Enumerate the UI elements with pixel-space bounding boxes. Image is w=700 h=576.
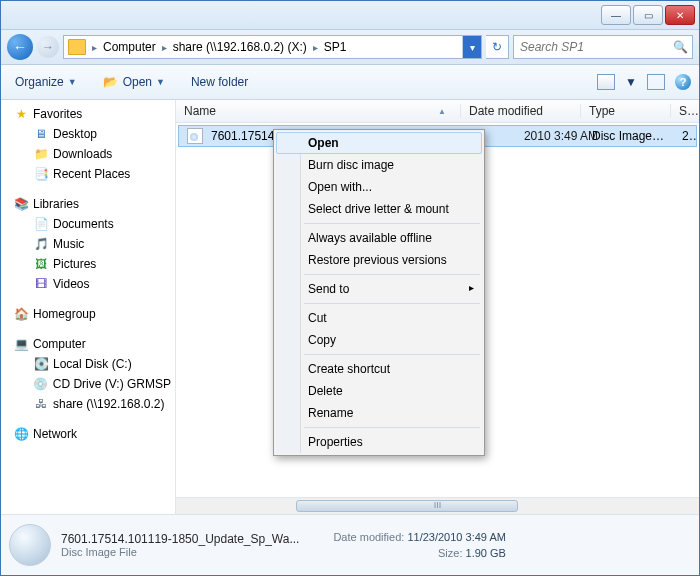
network-icon: 🌐 — [13, 426, 29, 442]
address-bar: ← → ▸ Computer ▸ share (\\192.168.0.2) (… — [1, 30, 699, 65]
address-dropdown-icon[interactable]: ▾ — [462, 36, 481, 58]
caret-down-icon[interactable]: ▼ — [625, 75, 637, 89]
context-separator — [304, 427, 480, 428]
disc-image-icon — [9, 524, 51, 566]
chevron-right-icon[interactable]: ▸ — [158, 42, 171, 53]
new-folder-button[interactable]: New folder — [185, 71, 254, 93]
toolbar-right-group: ▼ ? — [597, 74, 691, 90]
close-button[interactable]: ✕ — [665, 5, 695, 25]
context-delete[interactable]: Delete — [276, 380, 482, 402]
context-copy[interactable]: Copy — [276, 329, 482, 351]
network-drive-icon: 🖧 — [33, 396, 49, 412]
nav-computer[interactable]: 💻Computer — [1, 334, 175, 354]
caret-down-icon: ▼ — [68, 77, 77, 87]
computer-icon: 💻 — [13, 336, 29, 352]
maximize-button[interactable]: ▭ — [633, 5, 663, 25]
breadcrumb-item-computer[interactable]: Computer — [101, 38, 158, 56]
horizontal-scrollbar[interactable]: III — [176, 497, 699, 514]
breadcrumb-item-share[interactable]: share (\\192.168.0.2) (X:) — [171, 38, 309, 56]
context-offline[interactable]: Always available offline — [276, 227, 482, 249]
back-button[interactable]: ← — [7, 34, 33, 60]
preview-pane-icon[interactable] — [647, 74, 665, 90]
nav-desktop[interactable]: 🖥Desktop — [1, 124, 175, 144]
context-send-to[interactable]: Send to ▸ — [276, 278, 482, 300]
pictures-icon: 🖼 — [33, 256, 49, 272]
nav-videos[interactable]: 🎞Videos — [1, 274, 175, 294]
search-icon: 🔍 — [673, 40, 688, 54]
view-options-icon[interactable] — [597, 74, 615, 90]
details-file-type: Disc Image File — [61, 546, 299, 558]
context-cut[interactable]: Cut — [276, 307, 482, 329]
context-restore[interactable]: Restore previous versions — [276, 249, 482, 271]
open-button[interactable]: 📂 Open▼ — [97, 70, 171, 94]
nav-local-disk[interactable]: 💽Local Disk (C:) — [1, 354, 175, 374]
context-properties[interactable]: Properties — [276, 431, 482, 453]
file-date-cell: - 2010 3:49 AM — [482, 129, 602, 143]
open-icon: 📂 — [103, 74, 119, 90]
context-open[interactable]: Open — [276, 132, 482, 154]
command-bar: Organize▼ 📂 Open▼ New folder ▼ ? — [1, 65, 699, 100]
nav-cd-drive[interactable]: 💿CD Drive (V:) GRMSP — [1, 374, 175, 394]
forward-button[interactable]: → — [37, 36, 59, 58]
explorer-window: — ▭ ✕ ← → ▸ Computer ▸ share (\\192.168.… — [0, 0, 700, 576]
downloads-icon: 📁 — [33, 146, 49, 162]
context-separator — [304, 354, 480, 355]
context-open-with[interactable]: Open with... — [276, 176, 482, 198]
context-shortcut[interactable]: Create shortcut — [276, 358, 482, 380]
desktop-icon: 🖥 — [33, 126, 49, 142]
nav-downloads[interactable]: 📁Downloads — [1, 144, 175, 164]
breadcrumb-item-folder[interactable]: SP1 — [322, 38, 349, 56]
nav-pictures[interactable]: 🖼Pictures — [1, 254, 175, 274]
minimize-button[interactable]: — — [601, 5, 631, 25]
libraries-icon: 📚 — [13, 196, 29, 212]
organize-button[interactable]: Organize▼ — [9, 71, 83, 93]
context-separator — [304, 303, 480, 304]
scrollbar-grip-icon: III — [434, 500, 442, 510]
iso-file-icon — [187, 128, 203, 144]
caret-down-icon: ▼ — [156, 77, 165, 87]
cd-icon: 💿 — [33, 376, 49, 392]
nav-share-drive[interactable]: 🖧share (\\192.168.0.2) — [1, 394, 175, 414]
recent-icon: 📑 — [33, 166, 49, 182]
nav-network[interactable]: 🌐Network — [1, 424, 175, 444]
context-separator — [304, 223, 480, 224]
nav-homegroup[interactable]: 🏠Homegroup — [1, 304, 175, 324]
details-metadata: Date modified: 11/23/2010 3:49 AM Size: … — [333, 529, 505, 561]
column-header-type[interactable]: Type — [581, 104, 671, 118]
documents-icon: 📄 — [33, 216, 49, 232]
chevron-right-icon[interactable]: ▸ — [309, 42, 322, 53]
submenu-arrow-icon: ▸ — [469, 282, 474, 293]
videos-icon: 🎞 — [33, 276, 49, 292]
nav-music[interactable]: 🎵Music — [1, 234, 175, 254]
nav-libraries[interactable]: 📚Libraries — [1, 194, 175, 214]
column-header-size[interactable]: Size — [671, 104, 699, 118]
help-icon[interactable]: ? — [675, 74, 691, 90]
column-header-date[interactable]: Date modified — [461, 104, 581, 118]
drive-icon: 💽 — [33, 356, 49, 372]
context-burn[interactable]: Burn disc image — [276, 154, 482, 176]
context-rename[interactable]: Rename — [276, 402, 482, 424]
column-header-name[interactable]: Name ▲ — [176, 104, 461, 118]
nav-documents[interactable]: 📄Documents — [1, 214, 175, 234]
nav-favorites[interactable]: ★Favorites — [1, 104, 175, 124]
homegroup-icon: 🏠 — [13, 306, 29, 322]
breadcrumb[interactable]: ▸ Computer ▸ share (\\192.168.0.2) (X:) … — [63, 35, 482, 59]
column-headers: Name ▲ Date modified Type Size — [176, 100, 699, 123]
refresh-button[interactable]: ↻ — [486, 35, 509, 59]
navigation-pane: ★Favorites 🖥Desktop 📁Downloads 📑Recent P… — [1, 100, 176, 514]
context-mount[interactable]: Select drive letter & mount — [276, 198, 482, 220]
context-menu: Open Burn disc image Open with... Select… — [273, 129, 485, 456]
nav-recent[interactable]: 📑Recent Places — [1, 164, 175, 184]
details-file-name: 7601.17514.101119-1850_Update_Sp_Wa... — [61, 532, 299, 546]
search-box[interactable]: 🔍 — [513, 35, 693, 59]
context-separator — [304, 274, 480, 275]
music-icon: 🎵 — [33, 236, 49, 252]
chevron-right-icon[interactable]: ▸ — [88, 42, 101, 53]
details-pane: 7601.17514.101119-1850_Update_Sp_Wa... D… — [1, 514, 699, 575]
star-icon: ★ — [13, 106, 29, 122]
search-input[interactable] — [518, 39, 673, 55]
folder-icon — [68, 39, 86, 55]
file-size-cell: 2,0 — [674, 129, 696, 143]
titlebar: — ▭ ✕ — [1, 1, 699, 30]
scrollbar-thumb[interactable] — [296, 500, 518, 512]
